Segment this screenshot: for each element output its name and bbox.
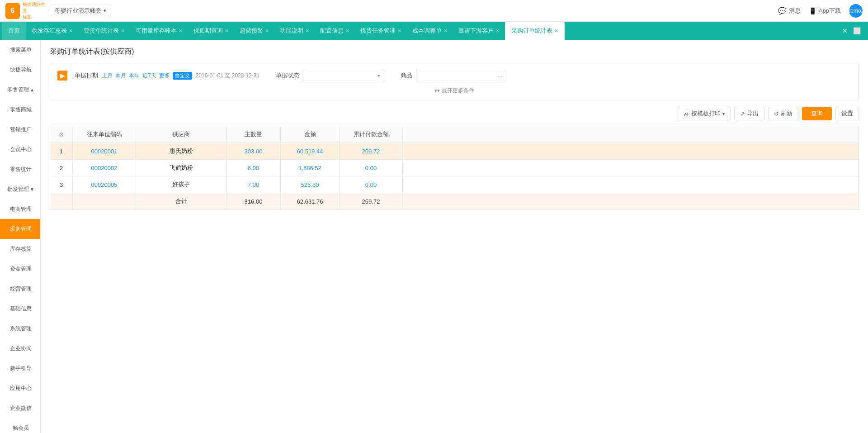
tab-5[interactable]: 超储预警 ✕ [234,22,274,40]
tab-8[interactable]: 拣货任务管理 ✕ [355,22,407,40]
date-shortcuts: 上月 本月 本年 近7天 更多 自定义 [102,72,192,80]
tab-3[interactable]: 可用量库存账本 ✕ [130,22,188,40]
print-button[interactable]: 🖨 按模板打印 ▾ [678,107,731,120]
cell-code-2[interactable]: 00020002 [73,160,136,176]
cell-paid-3[interactable]: 0.00 [340,176,403,193]
tab-4-close-icon[interactable]: ✕ [225,28,229,34]
cell-paid-1[interactable]: 259.72 [340,143,403,160]
export-icon: ↗ [740,110,745,117]
sidebar-item-ecommerce[interactable]: 电商管理 [0,199,40,219]
tab-2[interactable]: 要货单统计表 ✕ [78,22,130,40]
tab-1[interactable]: 收发存汇总表 ✕ [26,22,78,40]
wholesale-arrow-icon: ▼ [30,187,34,192]
sidebar-item-basic[interactable]: 基础信息 [0,299,40,319]
cell-amount-1[interactable]: 60,519.44 [281,143,340,160]
tab-8-close-icon[interactable]: ✕ [397,28,401,34]
tab-9[interactable]: 成本调整单 ✕ [407,22,453,40]
toolbar: 🖨 按模板打印 ▾ ↗ 导出 ↺ 刷新 查询 设置 [50,107,859,120]
sidebar-item-newbie[interactable]: 新手引导 [0,358,40,378]
tab-10[interactable]: 邀请下游客户 ✕ [453,22,505,40]
sidebar-item-system[interactable]: 系统管理 [0,319,40,338]
shortcut-last-month[interactable]: 上月 [102,72,113,80]
sidebar-item-wholesale[interactable]: 批发管理 ▼ [0,179,40,199]
filter-date-label: 单据日期 [75,71,98,80]
sidebar-item-members[interactable]: 会员中心 [0,139,40,159]
sidebar-item-purchase[interactable]: 采购管理 [0,219,40,239]
download-icon: 📱 [809,7,816,14]
shortcut-7days[interactable]: 近7天 [142,72,156,80]
status-select-chevron-icon: ▾ [377,73,380,79]
footer-extra [403,193,859,210]
cell-amount-3[interactable]: 525.80 [281,176,340,193]
sidebar-item-retail-stats[interactable]: 零售统计 [0,159,40,179]
goods-input[interactable]: ··· [416,69,506,82]
sidebar-item-retail[interactable]: 零售管理 ▲ [0,80,40,100]
tab-6[interactable]: 功能说明 ✕ [274,22,315,40]
filter-goods-label: 商品 [401,71,412,80]
cell-supplier-3: 好孩子 [136,176,226,193]
cell-code-1[interactable]: 00020001 [73,143,136,160]
shortcut-more[interactable]: 更多 [159,72,170,80]
expand-more-chevron-icon: ▾▾ [434,88,440,94]
tab-10-close-icon[interactable]: ✕ [495,28,500,34]
filter-status-group: 单据状态 ▾ [276,69,384,82]
footer-paid: 259.72 [340,193,403,210]
column-settings-icon[interactable]: ⚙ [59,131,64,138]
data-table: ⚙ 往来单位编码 供应商 主数量 金额 [50,126,859,210]
sidebar-item-appstore[interactable]: 应用中心 [0,378,40,398]
expand-more-button[interactable]: ▾▾ 展开更多条件 [434,87,474,95]
tab-1-close-icon[interactable]: ✕ [69,28,73,34]
tab-11-active[interactable]: 采购订单统计表 ✕ [505,22,565,40]
sidebar-item-vip[interactable]: 畅会员 [0,418,40,433]
nav-tabs-right-controls: ✕ ⬜ [840,25,866,36]
date-range-display: 2016-01-01 至 2023-12-31 [196,72,259,80]
print-icon: 🖨 [684,110,689,117]
sidebar-item-ops[interactable]: 经营管理 [0,279,40,299]
cell-code-3[interactable]: 00020005 [73,176,136,193]
user-area[interactable]: demo2 [849,4,863,18]
shortcut-this-month[interactable]: 本月 [115,72,126,80]
avatar: demo2 [849,4,863,18]
sidebar-item-wechat[interactable]: 企业微信 [0,398,40,418]
settings-button[interactable]: 设置 [835,107,859,120]
tab-5-close-icon[interactable]: ✕ [265,28,269,34]
sidebar-item-search[interactable]: 搜索菜单 [0,40,40,60]
tab-9-close-icon[interactable]: ✕ [443,28,448,34]
filter-collapse-button[interactable]: ▶ [57,71,67,81]
status-select[interactable]: ▾ [303,69,384,82]
minimize-button[interactable]: ✕ [840,25,849,36]
tab-6-close-icon[interactable]: ✕ [305,28,309,34]
tab-2-close-icon[interactable]: ✕ [121,28,125,34]
col-header-settings[interactable]: ⚙ [50,126,73,143]
collapse-icon: ▶ [60,72,65,79]
workspace-selector[interactable]: 母婴行业演示账套 ▾ [50,5,111,17]
app-download-button[interactable]: 📱 App下载 [809,7,841,15]
sidebar-item-inventory[interactable]: 库存核算 [0,239,40,259]
page-title: 采购订单统计表(按供应商) [50,47,859,57]
sidebar-item-retail-shop[interactable]: 零售商城 [0,100,40,119]
sidebar-item-marketing[interactable]: 营销推广 [0,119,40,139]
custom-tag: 自定义 [173,72,192,80]
sidebar-item-enterprise[interactable]: 企业协同 [0,338,40,358]
cell-qty-3[interactable]: 7.00 [226,176,281,193]
message-button[interactable]: 💬 消息 [778,7,801,15]
shortcut-this-year[interactable]: 本年 [129,72,140,80]
tab-7-close-icon[interactable]: ✕ [345,28,349,34]
refresh-button[interactable]: ↺ 刷新 [768,107,798,120]
export-button[interactable]: ↗ 导出 [734,107,764,120]
tab-home[interactable]: 首页 [2,22,26,40]
sidebar-item-quicknav[interactable]: 快捷导航 [0,60,40,80]
cell-paid-2[interactable]: 0.00 [340,160,403,176]
print-chevron-icon: ▾ [722,111,725,116]
cell-amount-2[interactable]: 1,586.52 [281,160,340,176]
tab-7[interactable]: 配置信息 ✕ [315,22,355,40]
sidebar-item-finance[interactable]: 资金管理 [0,259,40,279]
tab-3-close-icon[interactable]: ✕ [179,28,183,34]
cell-qty-2[interactable]: 6.00 [226,160,281,176]
tab-4[interactable]: 保质期查询 ✕ [188,22,234,40]
tab-11-close-icon[interactable]: ✕ [554,28,558,34]
cell-index-1: 1 [50,143,73,160]
cell-qty-1[interactable]: 303.00 [226,143,281,160]
query-button[interactable]: 查询 [802,107,832,120]
maximize-button[interactable]: ⬜ [851,25,863,36]
